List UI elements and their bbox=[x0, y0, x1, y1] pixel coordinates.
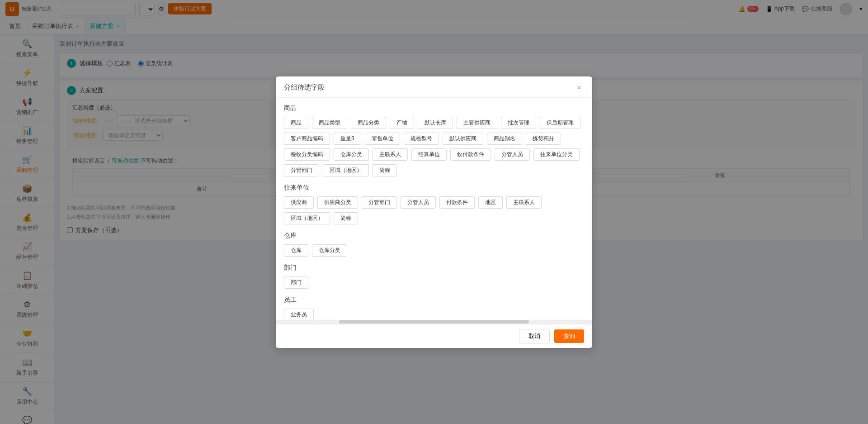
field-tag-main-contact[interactable]: 主联系人 bbox=[373, 148, 408, 161]
field-tag-warehouse[interactable]: 仓库 bbox=[284, 244, 308, 257]
field-tag-spec-model[interactable]: 规格型号 bbox=[404, 133, 439, 145]
field-tag-weight3[interactable]: 重量3 bbox=[334, 133, 361, 145]
close-icon: × bbox=[577, 84, 581, 92]
field-tag-default-supplier[interactable]: 默认供应商 bbox=[443, 133, 483, 145]
section-partner-title: 往来单位 bbox=[284, 184, 584, 192]
field-tag-partner-category[interactable]: 往来单位分类 bbox=[533, 148, 580, 161]
field-tag-region-partner[interactable]: 区域（地区） bbox=[284, 212, 330, 224]
field-tag-staff-partner[interactable]: 分管人员 bbox=[401, 196, 436, 209]
field-tag-area[interactable]: 地区 bbox=[478, 196, 503, 209]
field-tag-settlement-unit[interactable]: 结算单位 bbox=[411, 148, 447, 161]
modal-hscroll-thumb bbox=[339, 320, 529, 324]
field-tag-product-alias[interactable]: 商品别名 bbox=[487, 133, 522, 145]
modal-cancel-btn[interactable]: 取消 bbox=[519, 329, 550, 343]
modal-close-btn[interactable]: × bbox=[574, 83, 584, 93]
modal: 分组待选字段 × 商品 商品 商品类型 商品分类 产地 默认仓库 主要供应商 批… bbox=[276, 76, 592, 348]
section-product-title: 商品 bbox=[284, 104, 584, 112]
field-tag-payment-terms[interactable]: 收付款条件 bbox=[450, 148, 491, 161]
modal-footer: 取消 查询 bbox=[276, 324, 592, 348]
section-warehouse-tags: 仓库 仓库分类 bbox=[284, 244, 584, 257]
section-staff-tags: 业务员 bbox=[284, 309, 584, 320]
field-tag-customer-code[interactable]: 客户商品编码 bbox=[284, 133, 330, 145]
section-warehouse-title: 仓库 bbox=[284, 232, 584, 240]
field-tag-payment-cond[interactable]: 付款条件 bbox=[439, 196, 475, 209]
section-partner-tags: 供应商 供应商分类 分管部门 分管人员 付款条件 地区 主联系人 区域（地区） … bbox=[284, 196, 584, 224]
field-tag-shelf-life[interactable]: 保质期管理 bbox=[540, 117, 580, 129]
modal-hscroll[interactable] bbox=[276, 320, 592, 324]
field-tag-abbr-partner[interactable]: 简称 bbox=[334, 212, 358, 224]
field-tag-pick-score[interactable]: 拣货积分 bbox=[526, 133, 561, 145]
field-tag-main-contact-partner[interactable]: 主联系人 bbox=[506, 196, 542, 209]
modal-title: 分组待选字段 bbox=[284, 83, 325, 92]
field-tag-region-product[interactable]: 区域（地区） bbox=[323, 164, 369, 176]
field-tag-retail-unit[interactable]: 零售单位 bbox=[365, 133, 400, 145]
field-tag-dept[interactable]: 部门 bbox=[284, 276, 308, 289]
field-tag-supplier-category[interactable]: 供应商分类 bbox=[317, 196, 358, 209]
field-tag-product[interactable]: 商品 bbox=[284, 117, 308, 129]
field-tag-tax-code[interactable]: 税收分类编码 bbox=[284, 148, 330, 161]
field-tag-batch-mgmt[interactable]: 批次管理 bbox=[501, 117, 536, 129]
field-tag-default-warehouse[interactable]: 默认仓库 bbox=[418, 117, 453, 129]
modal-body: 商品 商品 商品类型 商品分类 产地 默认仓库 主要供应商 批次管理 保质期管理… bbox=[276, 98, 592, 320]
section-dept-tags: 部门 bbox=[284, 276, 584, 289]
field-tag-sales-staff[interactable]: 业务员 bbox=[284, 309, 314, 320]
field-tag-supervisor[interactable]: 分管人员 bbox=[495, 148, 530, 161]
field-tag-origin[interactable]: 产地 bbox=[390, 117, 414, 129]
section-dept-title: 部门 bbox=[284, 264, 584, 272]
field-tag-supervise-dept[interactable]: 分管部门 bbox=[284, 164, 319, 176]
modal-confirm-btn[interactable]: 查询 bbox=[554, 329, 584, 343]
field-tag-dept-partner[interactable]: 分管部门 bbox=[362, 196, 397, 209]
field-tag-warehouse-category[interactable]: 仓库分类 bbox=[334, 148, 369, 161]
section-staff-title: 员工 bbox=[284, 296, 584, 304]
field-tag-abbr-product[interactable]: 简称 bbox=[373, 164, 397, 176]
section-product-tags: 商品 商品类型 商品分类 产地 默认仓库 主要供应商 批次管理 保质期管理 客户… bbox=[284, 117, 584, 176]
field-tag-supplier[interactable]: 供应商 bbox=[284, 196, 314, 209]
modal-overlay: 分组待选字段 × 商品 商品 商品类型 商品分类 产地 默认仓库 主要供应商 批… bbox=[0, 0, 868, 424]
field-tag-product-category[interactable]: 商品分类 bbox=[351, 117, 386, 129]
field-tag-warehouse-cat[interactable]: 仓库分类 bbox=[312, 244, 347, 257]
modal-header: 分组待选字段 × bbox=[276, 76, 592, 98]
field-tag-main-supplier[interactable]: 主要供应商 bbox=[457, 117, 497, 129]
field-tag-product-type[interactable]: 商品类型 bbox=[312, 117, 347, 129]
